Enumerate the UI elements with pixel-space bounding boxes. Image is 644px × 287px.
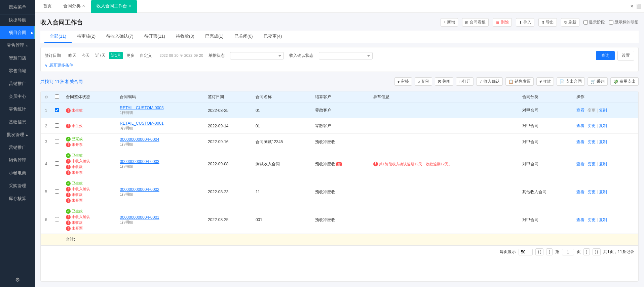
change-link[interactable]: 变更 [588,162,596,166]
copy-link[interactable]: 复制 [599,217,607,222]
change-link[interactable]: 变更 [588,190,596,194]
filter-tab-completed[interactable]: 已完成(1) [200,31,229,43]
row-checkbox[interactable] [55,108,59,112]
payment-btn[interactable]: ¥ 收款 [536,77,554,86]
window-maximize-btn[interactable]: ⬜ [636,4,641,9]
payout-btn[interactable]: 📄 支出合同 [557,77,585,86]
date-btn-yesterday[interactable]: 昨天 [66,52,78,59]
delete-button[interactable]: 🗑 删除 [493,18,512,27]
doc-status-select[interactable] [230,52,284,59]
sidebar-quick-nav[interactable]: 快捷导航 [0,14,35,26]
date-btn-today[interactable]: 今天 [80,52,92,59]
query-button[interactable]: 查询 [596,51,615,60]
row-checkbox[interactable] [55,139,59,144]
sidebar-item-marketing2[interactable]: 营销推广 [0,141,35,154]
open-btn[interactable]: □ 打开 [456,77,473,86]
copy-link[interactable]: 复制 [599,190,607,194]
page-input[interactable] [562,249,574,255]
expand-more-btn[interactable]: ∨ 展开更多条件 [45,63,634,68]
view-link[interactable]: 查看 [576,217,584,222]
review-btn[interactable]: ● 审核 [394,77,412,86]
copy-link[interactable]: 复制 [599,123,607,128]
contract-link[interactable]: 0000000000004-0001 [120,215,159,220]
row-checkbox[interactable] [55,123,59,128]
sidebar-item-retail-stats[interactable]: 零售统计 [0,103,35,116]
import-button[interactable]: ⬇ 导入 [516,18,534,27]
col-gear[interactable]: ⚙ [41,91,51,103]
filter-tab-all[interactable]: 全部(11) [44,31,72,43]
row-checkbox-cell[interactable] [51,103,63,118]
row-checkbox-cell[interactable] [51,134,63,150]
settings-gear-icon[interactable]: ⚙ [0,273,35,287]
sidebar-item-retail[interactable]: 零售管理 ▲ [0,39,35,52]
sidebar-item-retail-mall[interactable]: 零售商城 [0,65,35,77]
income-confirm-select[interactable] [319,52,373,59]
date-btn-more[interactable]: 更多 [124,52,137,59]
sidebar-item-member[interactable]: 会员中心 [0,90,35,103]
row-checkbox-cell[interactable] [51,150,63,178]
window-close-btn[interactable]: ✕ [630,4,634,9]
filter-tab-pending-payment[interactable]: 待收款(8) [171,31,200,43]
sidebar-item-purchase[interactable]: 采购管理 [0,179,35,192]
contract-link[interactable]: 0000000000004-0003 [120,159,159,164]
show-cols-input[interactable] [583,20,588,25]
show-cols-checkbox[interactable]: 显示阶段 [583,19,605,25]
row-checkbox[interactable] [55,189,59,194]
date-btn-7days[interactable]: 近7天 [93,52,108,59]
view-link[interactable]: 查看 [576,162,584,166]
filter-tab-pending-income[interactable]: 待收入确认(7) [101,31,139,43]
copy-link[interactable]: 复制 [599,162,607,166]
filter-tab-changed[interactable]: 已变更(4) [258,31,288,43]
sidebar-item-basic-info[interactable]: 基础信息 [0,116,35,128]
show-detail-input[interactable] [609,20,613,25]
view-link[interactable]: 查看 [576,190,584,194]
last-page-btn[interactable]: ⟩⟩ [593,248,601,255]
sidebar-item-inventory[interactable]: 库存核算 [0,192,35,205]
expense-btn[interactable]: 💸 费用支出 [610,77,639,86]
contract-link[interactable]: 0000000000004-0002 [120,187,159,192]
settings-button[interactable]: 设置 [617,51,634,60]
sales-invoice-btn[interactable]: 📋 销售发票 [505,77,534,86]
tab-home[interactable]: 首页 [38,0,57,13]
filter-tab-closed[interactable]: 已关闭(0) [229,31,258,43]
sidebar-search[interactable]: 搜索菜单 [0,0,35,14]
filter-tab-pending-invoice[interactable]: 待开票(11) [139,31,171,43]
select-all-checkbox[interactable] [55,94,59,99]
export-button[interactable]: ⬆ 导出 [538,18,557,27]
income-confirm-btn[interactable]: ✓ 收入确认 [476,77,503,86]
contract-link[interactable]: RETAIL_CUSTOM-0001 [120,121,163,126]
row-checkbox-cell[interactable] [51,118,63,134]
sidebar-item-xc-ecom[interactable]: 小畅电商 [0,167,35,179]
date-btn-1month[interactable]: 近1月 [109,52,123,59]
close-btn[interactable]: ⊠ 关闭 [435,77,453,86]
next-page-btn[interactable]: ⟩ [583,248,590,255]
change-link[interactable]: 变更 [588,217,596,222]
tab-contract-cat[interactable]: 合同分类 ✕ [58,0,90,13]
row-checkbox[interactable] [55,161,59,166]
copy-link[interactable]: 复制 [599,139,607,144]
sidebar-item-sales-mgmt[interactable]: 销售管理 [0,154,35,167]
view-link[interactable]: 查看 [576,108,584,113]
contract-link[interactable]: 0000000000004-0004 [120,137,159,142]
purchase-btn[interactable]: 🛒 采购 [588,77,608,86]
contract-link[interactable]: RETAIL_CUSTOM-0003 [120,106,163,110]
prev-page-btn[interactable]: ⟨ [546,248,553,255]
first-page-btn[interactable]: ⟨⟨ [535,248,543,255]
kanban-button[interactable]: ⊞ 合同看板 [462,18,489,27]
sidebar-item-wholesale[interactable]: 批发管理 ▲ [0,128,35,141]
row-checkbox-cell[interactable] [51,206,63,234]
change-link[interactable]: 变更 [588,123,596,128]
view-link[interactable]: 查看 [576,139,584,144]
row-checkbox-cell[interactable] [51,178,63,206]
tab-income-workbench[interactable]: 收入合同工作台 ✕ [91,0,137,13]
col-checkbox[interactable] [51,91,63,103]
abandon-btn[interactable]: ○ 弃审 [415,77,432,86]
sidebar-item-smart-store[interactable]: 智慧门店 [0,52,35,65]
copy-link[interactable]: 复制 [599,108,607,113]
page-size-select[interactable]: 50 [519,249,533,255]
date-btn-custom[interactable]: 自定义 [138,52,154,59]
view-link[interactable]: 查看 [576,123,584,128]
change-link[interactable]: 变更 [588,139,596,144]
tab-close-active-icon[interactable]: ✕ [128,4,131,8]
show-detail-checkbox[interactable]: 显示标的明细 [609,19,639,25]
